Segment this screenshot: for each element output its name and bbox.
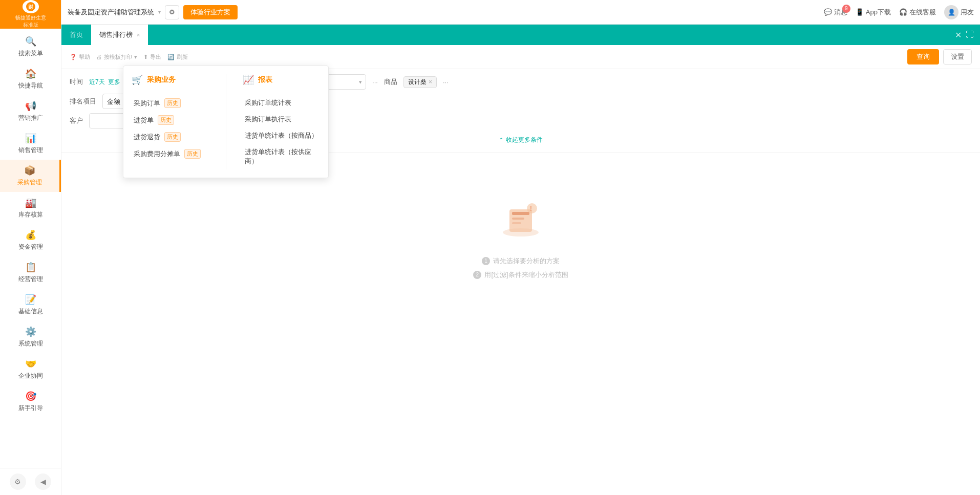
app-subtitle: 畅捷通好生意 xyxy=(15,14,46,21)
collapse-filters-btn[interactable]: ⌃ 收起更多条件 xyxy=(496,133,546,147)
avatar-icon: 👤 xyxy=(948,9,955,16)
sidebar-item-inventory[interactable]: 🏭 库存核算 xyxy=(0,192,61,224)
export-btn[interactable]: ⬆ 导出 xyxy=(143,53,161,61)
goods-tag: 设计桑 × xyxy=(403,76,437,88)
tab-close-icon[interactable]: × xyxy=(137,32,140,38)
tabbar-right-controls: ✕ ⛶ xyxy=(955,30,980,40)
notification-btn[interactable]: 💬 消息 9 xyxy=(824,8,847,17)
settings-gear-btn[interactable]: ⚙ xyxy=(165,5,179,19)
sidebar-label-inventory: 库存核算 xyxy=(18,210,43,219)
incoming-stat-supplier-item[interactable]: 进货单统计表（按供应商） xyxy=(243,144,321,169)
settings-footer-btn[interactable]: ⚙ xyxy=(10,474,26,490)
incoming-order-history-badge: 历史 xyxy=(158,115,174,125)
tab-home[interactable]: 首页 xyxy=(61,25,91,45)
svg-text:财: 财 xyxy=(28,4,34,10)
sidebar-item-base[interactable]: 📝 基础信息 xyxy=(0,289,61,321)
system-icon: ⚙️ xyxy=(25,326,36,337)
return-goods-history-badge: 历史 xyxy=(164,132,181,142)
setting-btn[interactable]: 设置 xyxy=(943,49,972,64)
recent7-btn[interactable]: 近7天 xyxy=(89,78,105,87)
dropdown-arrow-icon: ▾ xyxy=(158,9,161,15)
sidebar-item-management[interactable]: 📋 经营管理 xyxy=(0,256,61,289)
sidebar-item-sales[interactable]: 📊 销售管理 xyxy=(0,127,61,160)
sidebar-item-finance[interactable]: 💰 资金管理 xyxy=(0,224,61,256)
sidebar-label-quicknav: 快捷导航 xyxy=(18,81,43,90)
sidebar-label-collab: 企业协同 xyxy=(18,372,43,380)
sidebar-item-search[interactable]: 🔍 搜索菜单 xyxy=(0,31,61,63)
sidebar-item-collab[interactable]: 🤝 企业协同 xyxy=(0,353,61,385)
app-download-btn[interactable]: 📱 App下载 xyxy=(856,8,891,17)
user-menu-btn[interactable]: 👤 用友 xyxy=(944,5,974,19)
sidebar-item-quicknav[interactable]: 🏠 快捷导航 xyxy=(0,63,61,95)
report-section-title: 📈 报表 xyxy=(243,74,321,89)
main-content: 装备及固定资产辅助管理系统 ▾ ⚙ 体验行业方案 💬 消息 9 📱 App下载 … xyxy=(61,0,980,495)
phone-icon: 📱 xyxy=(856,8,864,16)
help-btn[interactable]: ❓ 帮助 xyxy=(70,53,90,61)
sidebar-item-marketing[interactable]: 📢 营销推广 xyxy=(0,95,61,127)
print-dropdown-icon[interactable]: ▾ xyxy=(134,54,137,60)
tab-close-window-btn[interactable]: ✕ xyxy=(955,30,962,40)
chevron-up-icon: ⌃ xyxy=(499,137,504,144)
sidebar-label-search: 搜索菜单 xyxy=(18,49,43,58)
refresh-btn[interactable]: 🔄 刷新 xyxy=(167,53,188,61)
sidebar-label-management: 经营管理 xyxy=(18,275,43,284)
finance-icon: 💰 xyxy=(25,229,36,241)
home-icon: 🏠 xyxy=(25,68,36,79)
return-goods-item[interactable]: 进货退货 历史 xyxy=(132,128,209,145)
topbar: 装备及固定资产辅助管理系统 ▾ ⚙ 体验行业方案 💬 消息 9 📱 App下载 … xyxy=(61,0,980,25)
goods-tag-close[interactable]: × xyxy=(429,78,432,85)
empty-text: 1 请先选择要分析的方案 2 用[过滤]条件来缩小分析范围 xyxy=(473,255,568,281)
sidebar-footer: ⚙ ◀ xyxy=(0,468,61,495)
empty-state: ! 1 请先选择要分析的方案 2 用[过滤]条件来缩小分析范围 xyxy=(61,153,980,322)
sidebar-item-guide[interactable]: 🎯 新手引导 xyxy=(0,385,61,418)
purchase-order-stat-item[interactable]: 采购订单统计表 xyxy=(243,95,321,111)
headset-icon: 🎧 xyxy=(899,8,907,16)
goods-ellipsis[interactable]: ··· xyxy=(443,78,449,86)
print-icon: 🖨 xyxy=(96,54,102,60)
tab-sales-ranking[interactable]: 销售排行榜 × xyxy=(91,25,148,45)
username-label: 用友 xyxy=(961,8,974,17)
sidebar-label-sales: 销售管理 xyxy=(18,146,43,155)
system-dropdown[interactable]: ▾ xyxy=(158,9,161,15)
collapse-sidebar-btn[interactable]: ◀ xyxy=(35,474,51,490)
svg-point-7 xyxy=(527,203,537,213)
help-icon: ❓ xyxy=(70,54,77,60)
online-service-btn[interactable]: 🎧 在线客服 xyxy=(899,8,936,17)
base-icon: 📝 xyxy=(25,294,36,305)
topbar-right: 💬 消息 9 📱 App下载 🎧 在线客服 👤 用友 xyxy=(824,5,974,19)
purchase-order-item[interactable]: 采购订单 历史 xyxy=(132,95,209,112)
purchase-dropdown-menu: 🛒 采购业务 采购订单 历史 进货单 历史 进货退货 历史 采购费用分摊单 xyxy=(123,66,329,178)
customer-label: 客户 xyxy=(70,116,83,125)
purchase-expense-item[interactable]: 采购费用分摊单 历史 xyxy=(132,145,209,162)
report-section: 📈 报表 采购订单统计表 采购订单执行表 进货单统计表（按商品） 进货单统计表（… xyxy=(243,74,321,169)
sidebar-item-purchase[interactable]: 📦 采购管理 xyxy=(0,160,61,192)
voucher-status-ellipsis[interactable]: ··· xyxy=(372,78,378,86)
more-date-btn[interactable]: 更多 xyxy=(108,78,120,87)
incoming-order-label: 进货单 xyxy=(134,116,154,125)
incoming-stat-goods-item[interactable]: 进货单统计表（按商品） xyxy=(243,127,321,144)
ranking-label: 排名项目 xyxy=(70,97,96,106)
purchase-section-title: 🛒 采购业务 xyxy=(132,74,209,89)
svg-rect-4 xyxy=(512,212,529,215)
svg-rect-5 xyxy=(512,218,524,220)
sidebar-item-system[interactable]: ⚙️ 系统管理 xyxy=(0,321,61,353)
sidebar-label-purchase: 采购管理 xyxy=(17,178,42,187)
purchase-section: 🛒 采购业务 采购订单 历史 进货单 历史 进货退货 历史 采购费用分摊单 xyxy=(132,74,209,169)
guide-icon: 🎯 xyxy=(25,391,36,402)
tab-maximize-btn[interactable]: ⛶ xyxy=(966,30,974,39)
notification-badge: 9 xyxy=(842,5,850,13)
sidebar-label-base: 基础信息 xyxy=(18,307,43,316)
industry-solution-btn[interactable]: 体验行业方案 xyxy=(183,5,238,19)
purchase-order-history-badge: 历史 xyxy=(164,98,181,108)
tab-home-label: 首页 xyxy=(70,30,83,39)
export-icon: ⬆ xyxy=(143,54,148,60)
empty-illustration: ! xyxy=(495,194,546,247)
refresh-icon: 🔄 xyxy=(167,54,175,60)
dropdown-divider xyxy=(226,74,226,169)
purchase-order-label: 采购订单 xyxy=(134,99,160,108)
sidebar-label-finance: 资金管理 xyxy=(18,243,43,251)
query-btn[interactable]: 查询 xyxy=(907,49,939,64)
print-btn[interactable]: 🖨 按模板打印 ▾ xyxy=(96,53,137,61)
incoming-order-item[interactable]: 进货单 历史 xyxy=(132,112,209,128)
purchase-order-exec-item[interactable]: 采购订单执行表 xyxy=(243,111,321,127)
